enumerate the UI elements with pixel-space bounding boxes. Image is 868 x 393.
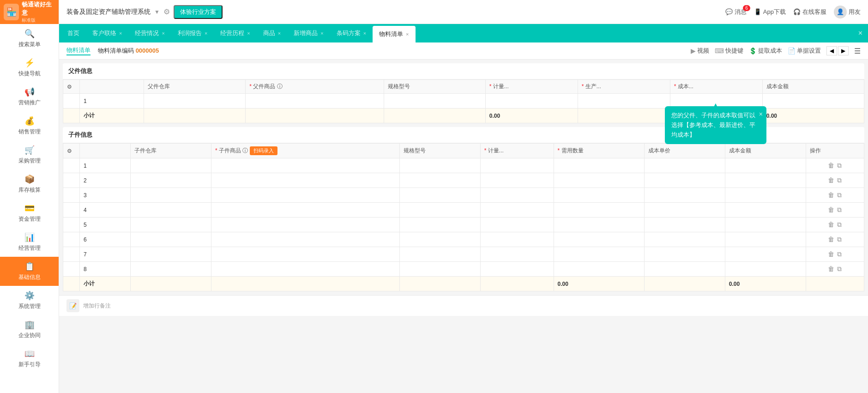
child-row1-quantity[interactable]	[554, 158, 644, 173]
parent-col-warehouse: 父件仓库	[144, 80, 245, 94]
scan-button[interactable]: 扫码录入	[250, 146, 277, 155]
copy-icon[interactable]: ⧉	[837, 206, 842, 214]
sidebar-item-label: 销售管理	[18, 128, 41, 136]
child-subtotal-value1: 0.00	[554, 277, 644, 291]
delete-icon[interactable]: 🗑	[828, 176, 834, 184]
parent-row1-unit[interactable]	[485, 94, 578, 109]
sidebar-item-finance[interactable]: 💳 资金管理	[0, 199, 59, 228]
online-service-button[interactable]: 🎧 在线客服	[793, 8, 826, 16]
child-col-cost-amount: 成本金额	[725, 144, 806, 158]
add-row-button[interactable]: 📝	[66, 299, 79, 312]
delete-icon[interactable]: 🗑	[828, 191, 834, 199]
sidebar-item-operations[interactable]: 📊 经营管理	[0, 228, 59, 257]
extract-cost-action[interactable]: 💲 提取成本	[749, 47, 782, 55]
tab-operations-history[interactable]: 经营历程 ×	[214, 24, 256, 42]
child-row1-spec[interactable]	[400, 158, 481, 173]
delete-icon[interactable]: 🗑	[828, 250, 834, 258]
tab-barcode[interactable]: 条码方案 ×	[330, 24, 373, 42]
tab-new-goods-close[interactable]: ×	[320, 30, 323, 36]
child-row1-unit-cost[interactable]	[644, 158, 725, 173]
child-col-goods: * 子件商品 ⓘ 扫码录入	[211, 144, 400, 158]
child-row1-goods[interactable]	[211, 158, 400, 173]
tab-operations-status-close[interactable]: ×	[162, 30, 164, 36]
content-inner: 物料清单 物料清单编码 0000005 ▶ 视频 ⌨ 快捷键 💲 提取	[59, 42, 868, 316]
tab-operations-history-label: 经营历程	[220, 29, 244, 37]
child-col-spec: 规格型号	[400, 144, 481, 158]
code-value: 0000005	[136, 47, 159, 54]
close-all-tabs[interactable]: ×	[855, 29, 866, 37]
sidebar-item-inventory[interactable]: 📦 库存核算	[0, 169, 59, 199]
tab-customer[interactable]: 客户联络 ×	[86, 24, 128, 42]
parent-col-settings[interactable]: ⚙	[63, 80, 80, 94]
child-row1-unit[interactable]	[480, 158, 554, 173]
sidebar-item-purchase[interactable]: 🛒 采购管理	[0, 140, 59, 169]
tab-goods[interactable]: 商品 ×	[257, 24, 287, 42]
delete-icon[interactable]: 🗑	[828, 265, 834, 273]
parent-row1-production[interactable]	[578, 94, 670, 109]
copy-icon[interactable]: ⧉	[837, 221, 842, 229]
user-menu[interactable]: 👤 用友	[834, 6, 861, 18]
tab-goods-close[interactable]: ×	[278, 30, 281, 36]
parent-row1-goods[interactable]	[246, 94, 384, 109]
copy-icon[interactable]: ⧉	[837, 265, 842, 273]
sidebar-item-search[interactable]: 🔍 搜索菜单	[0, 24, 59, 53]
sub-tab-material-list[interactable]: 物料清单	[66, 46, 90, 55]
shortcut-label: 快捷键	[725, 47, 743, 55]
copy-icon[interactable]: ⧉	[837, 250, 842, 258]
tab-material-list-close[interactable]: ×	[406, 31, 409, 37]
delete-icon[interactable]: 🗑	[828, 162, 834, 169]
settings-icon[interactable]: ⚙	[163, 7, 170, 16]
tab-profit-report[interactable]: 利润报告 ×	[171, 24, 214, 42]
parent-row1-spec[interactable]	[384, 94, 485, 109]
child-subtotal-row: 小计 0.00 0.00	[63, 277, 864, 291]
shortcut-action[interactable]: ⌨ 快捷键	[715, 47, 743, 55]
grid-view-icon[interactable]: ☰	[854, 47, 861, 55]
extract-cost-label: 提取成本	[758, 47, 782, 55]
copy-icon[interactable]: ⧉	[837, 191, 842, 199]
sidebar-item-guide[interactable]: 📖 新手引导	[0, 344, 59, 373]
tab-customer-close[interactable]: ×	[119, 30, 122, 36]
message-button[interactable]: 💬 消息 6	[725, 8, 747, 16]
sidebar-item-quick-nav[interactable]: ⚡ 快捷导航	[0, 53, 59, 82]
tab-operations-status[interactable]: 经营情况 ×	[128, 24, 171, 42]
delete-icon[interactable]: 🗑	[828, 221, 834, 229]
bottom-bar: 📝 增加行备注	[59, 295, 868, 316]
sidebar-item-sales[interactable]: 💰 销售管理	[0, 111, 59, 140]
parent-row1-warehouse[interactable]	[144, 94, 245, 109]
sidebar-item-label: 搜索菜单	[18, 41, 41, 48]
delete-icon[interactable]: 🗑	[828, 206, 834, 214]
tooltip-close-button[interactable]: ×	[759, 109, 763, 119]
video-action[interactable]: ▶ 视频	[691, 47, 709, 55]
message-badge: 6	[743, 5, 750, 11]
sidebar-item-base-info[interactable]: 📋 基础信息	[0, 257, 59, 286]
tab-profit-report-close[interactable]: ×	[205, 30, 207, 36]
child-row1-actions: 🗑 ⧉	[806, 158, 864, 173]
table-row: 5 🗑 ⧉	[63, 218, 864, 232]
sidebar-item-marketing[interactable]: 📢 营销推广	[0, 82, 59, 111]
copy-icon[interactable]: ⧉	[837, 162, 842, 169]
sidebar-item-system[interactable]: ⚙️ 系统管理	[0, 286, 59, 315]
tab-operations-history-close[interactable]: ×	[247, 30, 250, 36]
child-table: ⚙ 子件仓库 * 子件商品 ⓘ 扫码录入 规格型号 * 计量... * 需用数量…	[63, 143, 864, 291]
tab-new-goods[interactable]: 新增商品 ×	[287, 24, 330, 42]
delete-icon[interactable]: 🗑	[828, 236, 834, 243]
tab-barcode-close[interactable]: ×	[363, 30, 366, 36]
copy-icon[interactable]: ⧉	[837, 236, 842, 243]
parent-subtotal-empty1	[144, 109, 245, 123]
gear-icon: ⚙️	[24, 290, 35, 301]
parent-table-header: ⚙ 父件仓库 * 父件商品 ⓘ 规格型号 * 计量... * 生产... * 成…	[63, 80, 864, 94]
document-settings-action[interactable]: 📄 单据设置	[788, 47, 821, 55]
child-row1-warehouse[interactable]	[131, 158, 211, 173]
child-col-settings[interactable]: ⚙	[63, 144, 80, 158]
nav-next-button[interactable]: ▶	[838, 46, 849, 55]
app-download-label: App下载	[763, 8, 786, 16]
building-icon: 🏢	[24, 320, 35, 330]
app-download-button[interactable]: 📱 App下载	[754, 8, 786, 16]
sidebar-item-enterprise[interactable]: 🏢 企业协同	[0, 315, 59, 344]
copy-icon[interactable]: ⧉	[837, 176, 842, 184]
tab-material-list[interactable]: 物料清单 ×	[373, 26, 415, 42]
trial-button[interactable]: 体验行业方案	[174, 5, 223, 19]
sidebar-item-label: 基础信息	[18, 273, 41, 281]
tab-home[interactable]: 首页	[61, 24, 86, 42]
nav-prev-button[interactable]: ◀	[826, 46, 837, 55]
